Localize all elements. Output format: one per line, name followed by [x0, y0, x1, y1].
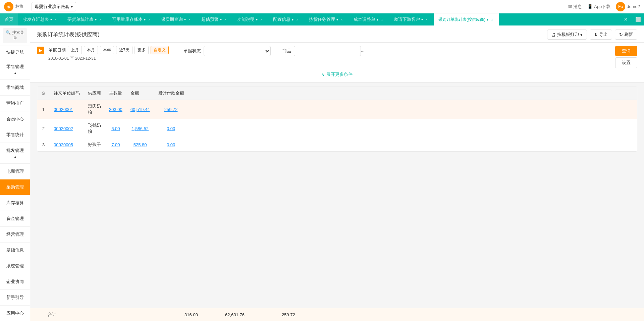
template-dropdown-icon: ▾	[580, 32, 583, 37]
row-code[interactable]: 00020002	[50, 119, 84, 138]
setting-button[interactable]: 设置	[615, 57, 637, 68]
sidebar-item-retail-shop[interactable]: 零售商城	[0, 80, 30, 96]
tab-close-cost-adjust[interactable]: ×	[380, 17, 384, 22]
row-amount[interactable]: 1,586.52	[126, 119, 154, 138]
message-label: 消息	[573, 4, 582, 10]
template-print-button[interactable]: 🖨 按模板打印 ▾	[547, 30, 587, 40]
date-btn-this-month[interactable]: 本月	[84, 46, 98, 54]
row-paid-amount[interactable]: 259.72	[154, 100, 188, 119]
sidebar-search-area[interactable]: 🔍 搜索菜单	[0, 25, 30, 46]
sidebar-item-marketing[interactable]: 营销推广	[0, 96, 30, 111]
date-btn-7days[interactable]: 近7天	[116, 46, 132, 54]
tab-close-receive-summary[interactable]: ×	[53, 17, 58, 22]
maximize-button[interactable]: ⬜	[632, 13, 644, 25]
retail-manage-label: 零售管理	[6, 64, 24, 70]
sidebar-item-retail-manage[interactable]: 零售管理 ▲	[0, 59, 30, 80]
sidebar-item-operation-manage[interactable]: 经营管理	[0, 227, 30, 243]
goods-filter-input[interactable]	[294, 46, 361, 56]
row-code[interactable]: 00020001	[50, 100, 84, 119]
tab-purchase-stats[interactable]: 要货单统计表 ▾ ×	[63, 13, 107, 25]
tab-home[interactable]: 首页	[0, 13, 18, 25]
summary-supplier	[97, 308, 171, 321]
status-filter-group: 单据状态 ▾	[183, 46, 268, 56]
tab-close-over-stock[interactable]: ×	[223, 17, 228, 22]
sidebar-item-app-center[interactable]: 应用中心	[0, 306, 30, 321]
tab-cost-adjust[interactable]: 成本调整单 ▾ ×	[349, 13, 389, 25]
sidebar-item-wholesale-manage[interactable]: 批发管理 ▲	[0, 143, 30, 164]
row-paid-amount[interactable]: 0.00	[154, 119, 188, 138]
tab-pick-task[interactable]: 拣货任务管理 ▾ ×	[304, 13, 349, 25]
sidebar-item-quick-nav[interactable]: 快捷导航	[0, 46, 30, 59]
sidebar-item-system-manage[interactable]: 系统管理	[0, 258, 30, 274]
refresh-button[interactable]: ↻ 刷新	[615, 30, 637, 40]
app-center-label: 应用中心	[6, 310, 24, 316]
custom-label: 自定义	[154, 48, 166, 52]
tab-close-purchase-stats[interactable]: ×	[98, 17, 103, 22]
basic-info-label: 基础信息	[6, 247, 24, 253]
sidebar-item-retail-stats[interactable]: 零售统计	[0, 127, 30, 143]
summary-empty-1	[30, 308, 44, 321]
date-btn-more[interactable]: 更多	[135, 46, 149, 54]
app-download-action[interactable]: 📱 App下载	[587, 4, 610, 10]
export-button[interactable]: ⬇ 导出	[590, 30, 612, 40]
tab-close-pick-task[interactable]: ×	[339, 17, 344, 22]
nav-tabs: 首页 收发存汇总表 ▾ × 要货单统计表 ▾ × 可用量库存账本 ▾ × 保质期…	[0, 13, 644, 25]
table-row[interactable]: 2 00020002 飞鹤奶粉 6.00 1,586.52 0.00	[37, 119, 637, 138]
sidebar-item-ecommerce[interactable]: 电商管理	[0, 164, 30, 179]
tab-close-config-info[interactable]: ×	[295, 17, 300, 22]
filter-bar: ▶ 单据日期 上月 本月 本年 近7天 更多 自定义	[30, 43, 644, 83]
tab-config-info[interactable]: 配置信息 ▾ ×	[268, 13, 304, 25]
top-bar: 畅 标旗 母婴行业演示账套 ▾ ✉ 消息 📱 App下载 Ea demo2	[0, 0, 644, 13]
date-btn-last-month[interactable]: 上月	[68, 46, 82, 54]
tab-function-desc[interactable]: 功能说明 ▾ ×	[232, 13, 268, 25]
sidebar-item-new-guide[interactable]: 新手引导	[0, 290, 30, 306]
user-area[interactable]: Ea demo2	[616, 2, 640, 11]
sidebar-item-inventory-check[interactable]: 库存核算	[0, 195, 30, 211]
tab-invite-downstream[interactable]: 邀请下游客户 ▾ ×	[389, 13, 434, 25]
tab-over-stock-alert[interactable]: 超储预警 ▾ ×	[197, 13, 232, 25]
marketing-label: 营销推广	[6, 100, 24, 106]
tab-purchase-order-stats[interactable]: 采购订单统计表(按供应商) ▾ ×	[434, 13, 499, 25]
date-btn-this-year[interactable]: 本年	[100, 46, 114, 54]
row-paid-amount[interactable]: 0.00	[154, 138, 188, 151]
query-button[interactable]: 查询	[615, 46, 637, 56]
sidebar-item-member-center[interactable]: 会员中心	[0, 111, 30, 127]
tab-close-purchase-order-stats[interactable]: ×	[490, 17, 494, 22]
row-quantity[interactable]: 6.00	[105, 119, 126, 138]
expand-more-button[interactable]: ∨ 展开更多条件	[322, 71, 353, 77]
row-amount[interactable]: 60,519.44	[126, 100, 154, 119]
status-filter-select[interactable]	[204, 46, 271, 56]
tab-receive-summary[interactable]: 收发存汇总表 ▾ ×	[18, 13, 63, 25]
date-btn-custom[interactable]: 自定义	[151, 46, 169, 54]
row-code[interactable]: 00020005	[50, 138, 84, 151]
tab-expiry-query[interactable]: 保质期查询 ▾ ×	[156, 13, 197, 25]
tab-close-inventory-ledger[interactable]: ×	[147, 17, 152, 22]
sidebar-item-purchase-manage[interactable]: 采购管理	[0, 179, 30, 195]
tab-close-expiry-query[interactable]: ×	[187, 17, 192, 22]
tab-dropdown-icon: ▾	[487, 18, 488, 21]
tab-label: 功能说明	[237, 16, 255, 22]
goods-more-icon[interactable]: ···	[361, 49, 365, 54]
svg-text:畅: 畅	[7, 5, 10, 9]
th-supplier: 供应商	[84, 87, 105, 100]
sidebar-item-capital-manage[interactable]: 资金管理	[0, 211, 30, 227]
row-amount[interactable]: 525.80	[126, 138, 154, 151]
sidebar-item-basic-info[interactable]: 基础信息	[0, 243, 30, 258]
th-quantity: 主数量	[105, 87, 126, 100]
column-settings-icon[interactable]: ⚙	[41, 91, 46, 96]
workspace-name: 母婴行业演示账套	[35, 4, 69, 10]
search-menu-trigger[interactable]: 🔍 搜索菜单	[3, 28, 27, 43]
table-row[interactable]: 1 00020001 惠氏奶粉 303.00 60,519.44 259.72	[37, 100, 637, 119]
workspace-selector[interactable]: 母婴行业演示账套 ▾	[32, 2, 76, 11]
tab-inventory-ledger[interactable]: 可用量库存账本 ▾ ×	[107, 13, 156, 25]
tab-close-invite-downstream[interactable]: ×	[424, 17, 429, 22]
table-row[interactable]: 3 00020005 好孩子 7.00 525.80 0.00	[37, 138, 637, 151]
tab-close-function-desc[interactable]: ×	[259, 17, 264, 22]
close-all-button[interactable]: ✕	[620, 13, 632, 25]
row-quantity[interactable]: 7.00	[105, 138, 126, 151]
workspace-dropdown-icon: ▾	[71, 4, 73, 9]
message-action[interactable]: ✉ 消息	[568, 4, 582, 10]
sidebar-item-enterprise-collab[interactable]: 企业协同	[0, 274, 30, 290]
row-quantity[interactable]: 303.00	[105, 100, 126, 119]
filter-collapse-button[interactable]: ▶	[37, 47, 44, 54]
